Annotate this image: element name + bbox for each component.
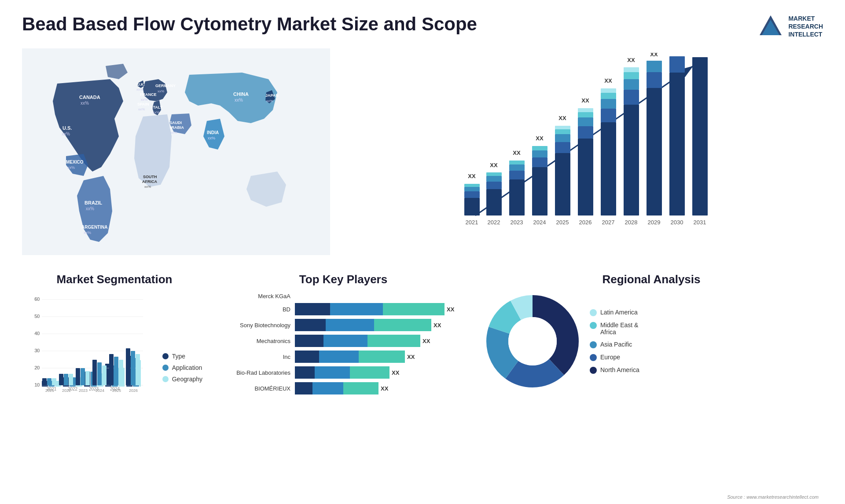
svg-text:XX: XX: [468, 173, 476, 179]
svg-rect-146: [76, 368, 80, 385]
svg-text:XX: XX: [650, 53, 658, 58]
svg-text:2023: 2023: [511, 219, 523, 226]
svg-rect-91: [647, 61, 662, 72]
svg-text:xx%: xx%: [136, 88, 143, 91]
svg-rect-64: [555, 129, 570, 134]
bottom-grid: Market Segmentation 60 50 40 30 20 10: [22, 268, 823, 400]
svg-rect-72: [578, 108, 593, 112]
svg-text:FRANCE: FRANCE: [140, 92, 157, 97]
svg-text:2024: 2024: [96, 388, 104, 393]
svg-rect-89: [647, 88, 662, 215]
svg-text:XX: XX: [558, 115, 566, 121]
map-section: CANADA xx% U.S. xx% MEXICO xx% BRAZIL xx…: [22, 48, 330, 255]
svg-text:XX: XX: [673, 53, 681, 54]
sony-bar: [295, 319, 431, 331]
svg-rect-138: [42, 378, 47, 385]
svg-rect-86: [624, 67, 639, 72]
svg-rect-76: [601, 109, 616, 122]
donut-chart: [484, 293, 581, 390]
svg-text:XX: XX: [627, 57, 635, 63]
bd-bar-seg1: [295, 303, 330, 315]
svg-rect-95: [669, 56, 685, 73]
svg-text:2025: 2025: [112, 388, 121, 393]
player-name-biorad: Bio-Rad Laboratories: [224, 369, 290, 376]
inc-bar-seg2: [319, 351, 359, 363]
svg-text:AFRICA: AFRICA: [142, 179, 157, 184]
svg-rect-78: [601, 93, 616, 99]
legend-dot-geography: [162, 376, 169, 382]
svg-rect-94: [669, 73, 685, 215]
player-bar-sony: XX: [295, 319, 462, 331]
svg-rect-52: [509, 161, 525, 164]
header: Bead Based Flow Cytometry Market Size an…: [22, 13, 823, 40]
legend-label-geography: Geography: [172, 376, 202, 383]
svg-text:xx%: xx%: [86, 206, 94, 211]
dot-middle-east: [590, 322, 597, 329]
svg-text:JAPAN: JAPAN: [265, 93, 279, 98]
svg-text:xx%: xx%: [67, 165, 75, 170]
svg-rect-155: [114, 357, 118, 385]
dot-europe: [590, 354, 597, 361]
svg-point-167: [508, 317, 557, 365]
main-content: CANADA xx% U.S. xx% MEXICO xx% BRAZIL xx…: [22, 48, 823, 400]
svg-rect-79: [601, 88, 616, 93]
svg-text:ARGENTINA: ARGENTINA: [81, 225, 107, 230]
svg-text:XX: XX: [490, 162, 498, 168]
players-title: Top Key Players: [224, 273, 462, 286]
biomerieux-xx: XX: [381, 385, 388, 392]
label-europe: Europe: [600, 354, 620, 361]
svg-rect-38: [464, 191, 480, 198]
svg-text:XX: XX: [581, 97, 589, 104]
svg-text:2027: 2027: [602, 219, 615, 226]
svg-text:GERMANY: GERMANY: [155, 84, 176, 88]
bd-bar-seg2: [330, 303, 383, 315]
svg-rect-43: [486, 189, 502, 215]
svg-rect-46: [486, 172, 502, 176]
svg-text:2024: 2024: [533, 219, 546, 226]
svg-rect-98: [692, 57, 708, 215]
biomerieux-bar-seg1: [295, 382, 312, 394]
player-name-merck: Merck KGaA: [224, 293, 290, 299]
svg-rect-142: [59, 374, 63, 385]
label-middle-east: Middle East &Africa: [600, 321, 638, 336]
player-bar-biomerieux: XX: [295, 382, 462, 394]
svg-text:2021: 2021: [45, 388, 54, 393]
svg-text:XX: XX: [696, 53, 704, 54]
label-north-america: North America: [600, 366, 639, 373]
legend-label-type: Type: [172, 353, 185, 360]
player-bar-mechatronics: XX: [295, 335, 462, 347]
label-asia-pacific: Asia Pacific: [600, 341, 632, 348]
svg-text:SAUDI: SAUDI: [169, 121, 182, 125]
svg-rect-49: [509, 179, 525, 215]
dot-asia-pacific: [590, 341, 597, 348]
inc-bar: [295, 351, 405, 363]
svg-text:2029: 2029: [648, 219, 661, 226]
logo: MARKETRESEARCHINTELLECT: [757, 13, 823, 40]
players-section: Top Key Players Merck KGaA BD: [220, 268, 467, 400]
player-row-mechatronics: Mechatronics XX: [224, 335, 462, 347]
mech-bar-seg1: [295, 335, 323, 347]
legend-europe: Europe: [590, 354, 639, 361]
svg-text:xx%: xx%: [81, 101, 89, 106]
seg-legend: Type Application Geography: [162, 353, 202, 383]
svg-rect-144: [69, 374, 73, 385]
svg-text:2026: 2026: [579, 219, 592, 226]
svg-text:MEXICO: MEXICO: [66, 160, 84, 164]
biorad-bar-seg3: [350, 366, 389, 379]
bd-bar: [295, 303, 445, 315]
svg-rect-75: [601, 122, 616, 215]
svg-text:XX: XX: [513, 150, 521, 156]
svg-text:ITALY: ITALY: [152, 105, 163, 110]
svg-text:xx%: xx%: [208, 136, 215, 140]
svg-text:2025: 2025: [556, 219, 569, 226]
svg-rect-70: [578, 117, 593, 126]
svg-text:2022: 2022: [488, 219, 500, 226]
biomerieux-bar-seg2: [312, 382, 343, 394]
legend-north-america: North America: [590, 366, 639, 374]
svg-text:2028: 2028: [625, 219, 638, 226]
svg-text:60: 60: [35, 297, 40, 302]
svg-text:30: 30: [35, 348, 40, 353]
svg-text:2030: 2030: [671, 219, 683, 226]
svg-text:20: 20: [35, 365, 40, 370]
page-container: Bead Based Flow Cytometry Market Size an…: [0, 0, 845, 504]
